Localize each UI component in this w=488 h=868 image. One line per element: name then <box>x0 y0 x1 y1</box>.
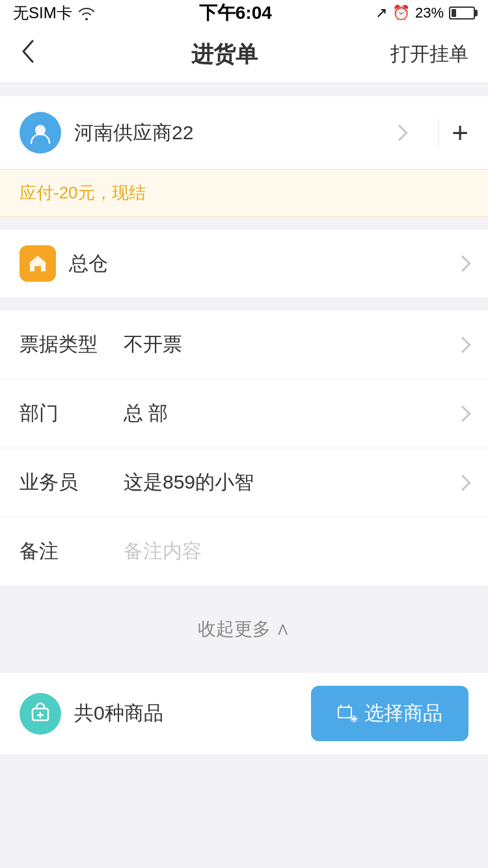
gap-3 <box>0 297 488 310</box>
warehouse-name: 总仓 <box>69 251 457 277</box>
warehouse-icon <box>20 245 56 282</box>
alarm-icon: ⏰ <box>392 5 410 21</box>
open-pending-button[interactable]: 打开挂单 <box>390 41 468 68</box>
remark-input[interactable]: 备注内容 <box>124 538 468 565</box>
collapse-bar[interactable]: 收起更多 ∧ <box>0 599 488 660</box>
battery-icon <box>449 7 475 20</box>
notice-text: 应付-20元，现结 <box>20 183 146 202</box>
gap-5 <box>0 660 488 673</box>
status-time: 下午6:04 <box>199 1 272 25</box>
department-row[interactable]: 部门 总 部 <box>0 379 488 448</box>
notice-bar: 应付-20元，现结 <box>0 169 488 217</box>
warehouse-arrow-icon <box>457 253 468 274</box>
supplier-section: 河南供应商22 + 应付-20元，现结 <box>0 96 488 217</box>
product-count: 共0种商品 <box>74 700 298 727</box>
status-bar: 无SIM卡 下午6:04 ↗ ⏰ 23% <box>0 0 488 26</box>
svg-rect-3 <box>338 707 351 718</box>
svg-rect-1 <box>34 266 41 271</box>
salesperson-arrow <box>457 472 468 493</box>
collapse-label: 收起更多 ∧ <box>198 619 291 639</box>
supplier-name: 河南供应商22 <box>74 120 394 146</box>
remark-row[interactable]: 备注 备注内容 <box>0 517 488 586</box>
invoice-type-arrow <box>457 334 468 355</box>
page-title: 进货单 <box>191 40 258 70</box>
supplier-avatar <box>20 112 61 154</box>
department-label: 部门 <box>20 400 124 427</box>
gap-4 <box>0 586 488 599</box>
department-arrow <box>457 403 468 424</box>
carrier-text: 无SIM卡 <box>13 3 72 23</box>
invoice-type-label: 票据类型 <box>20 331 124 358</box>
warehouse-row[interactable]: 总仓 <box>0 230 488 297</box>
invoice-type-row[interactable]: 票据类型 不开票 <box>0 310 488 379</box>
salesperson-row[interactable]: 业务员 这是859的小智 <box>0 448 488 517</box>
supplier-row[interactable]: 河南供应商22 + <box>0 96 488 169</box>
gap-1 <box>0 83 488 96</box>
select-product-label: 选择商品 <box>364 700 442 727</box>
form-section: 票据类型 不开票 部门 总 部 业务员 这是859的小智 备注 备注内容 <box>0 310 488 586</box>
back-button[interactable] <box>20 37 59 72</box>
nav-bar: 进货单 打开挂单 <box>0 26 488 83</box>
salesperson-label: 业务员 <box>20 469 124 496</box>
warehouse-section[interactable]: 总仓 <box>0 230 488 297</box>
gap-2 <box>0 217 488 230</box>
status-carrier: 无SIM卡 <box>13 3 96 23</box>
remark-label: 备注 <box>20 538 124 565</box>
product-bar: 共0种商品 选择商品 <box>0 673 488 754</box>
background-fill <box>0 754 488 868</box>
location-icon: ↗ <box>375 5 387 21</box>
battery-percent: 23% <box>415 5 444 21</box>
department-value: 总 部 <box>124 400 450 427</box>
wifi-icon <box>77 6 96 20</box>
product-icon <box>20 693 61 735</box>
select-product-button[interactable]: 选择商品 <box>311 686 468 741</box>
add-supplier-button[interactable]: + <box>452 118 468 147</box>
supplier-arrow-icon <box>394 122 405 143</box>
invoice-type-value: 不开票 <box>124 331 450 358</box>
supplier-divider <box>438 118 439 147</box>
salesperson-value: 这是859的小智 <box>124 469 450 496</box>
status-indicators: ↗ ⏰ 23% <box>375 5 475 21</box>
